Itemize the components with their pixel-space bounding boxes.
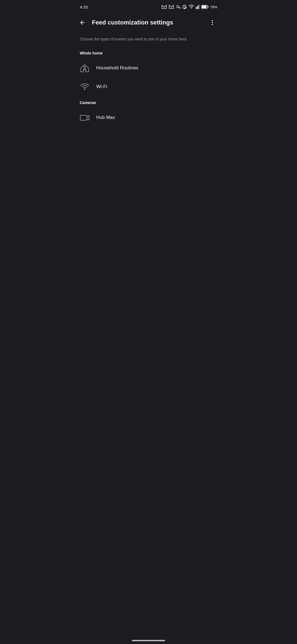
svg-point-9 xyxy=(212,22,213,23)
camera-icon xyxy=(80,113,90,122)
svg-rect-6 xyxy=(208,6,208,7)
list-item-wifi[interactable]: Wi-Fi xyxy=(74,77,223,96)
section-header-whole-home: Whole home xyxy=(74,49,223,59)
toolbar: Feed customization settings xyxy=(74,13,223,32)
back-button[interactable] xyxy=(76,17,89,29)
svg-point-11 xyxy=(84,66,86,68)
wifi-icon-container xyxy=(80,82,90,92)
more-vert-icon xyxy=(209,19,216,26)
list-item-hub-max[interactable]: Hub Max xyxy=(74,108,223,127)
wifi-icon xyxy=(80,82,90,92)
list-item-household-routines[interactable]: Household Routines xyxy=(74,59,223,77)
svg-rect-1 xyxy=(196,7,197,9)
feed-description: Choose the types of events you want to s… xyxy=(74,32,223,49)
status-time: 4:33 xyxy=(80,5,88,9)
svg-rect-2 xyxy=(197,6,198,9)
household-routines-label: Household Routines xyxy=(96,65,138,71)
more-options-button[interactable] xyxy=(206,17,218,29)
status-icons: 78% xyxy=(162,4,217,9)
page-title: Feed customization settings xyxy=(92,19,203,26)
household-routines-icon-container xyxy=(80,63,90,73)
battery-percentage: 78% xyxy=(210,5,217,9)
section-header-cameras: Cameras xyxy=(74,98,223,108)
bell-mute-icon xyxy=(183,4,187,9)
wifi-status-icon xyxy=(189,5,194,9)
signal-icon xyxy=(196,5,200,9)
svg-rect-3 xyxy=(198,5,199,9)
battery-icon xyxy=(201,5,208,9)
svg-rect-4 xyxy=(199,5,200,9)
camera-icon-container xyxy=(80,113,90,122)
svg-point-0 xyxy=(177,6,179,8)
gmail-icon-1 xyxy=(162,5,167,9)
svg-rect-13 xyxy=(80,115,87,120)
svg-point-12 xyxy=(84,89,86,90)
svg-rect-7 xyxy=(202,6,206,8)
svg-point-8 xyxy=(212,20,213,21)
hub-max-label: Hub Max xyxy=(96,115,115,120)
back-arrow-icon xyxy=(79,19,86,26)
status-bar: 4:33 xyxy=(74,0,223,13)
section-divider xyxy=(74,96,223,98)
key-icon xyxy=(176,5,181,9)
home-person-icon xyxy=(80,63,90,73)
home-indicator xyxy=(132,640,165,641)
gmail-icon-2 xyxy=(169,5,174,9)
wifi-label: Wi-Fi xyxy=(96,84,107,89)
svg-point-10 xyxy=(212,24,213,25)
